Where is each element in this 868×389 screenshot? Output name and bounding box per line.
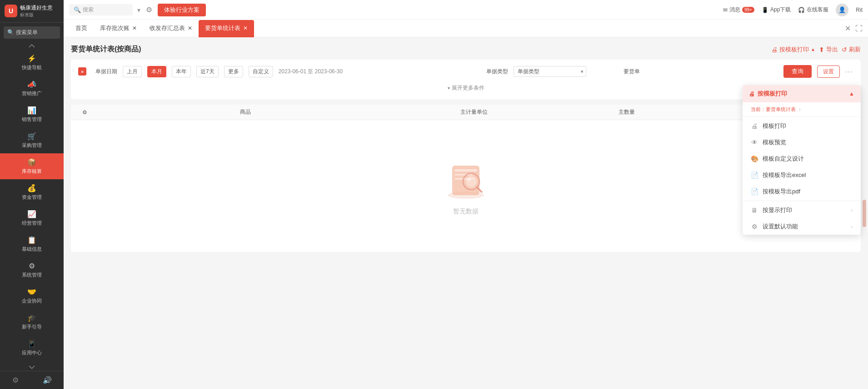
window-controls: ✕ ⛶: [845, 24, 863, 33]
settings-btn[interactable]: 设置: [817, 66, 840, 78]
dropdown-title: 按模板打印: [758, 90, 787, 98]
sidebar-item-sales[interactable]: 📊 销售管理: [0, 101, 64, 127]
template-print-icon: 🖨: [751, 122, 758, 130]
tab-receive-summary[interactable]: 收发存汇总表 ✕: [143, 20, 199, 37]
dropdown-item-template-preview[interactable]: 👁 模板预览: [743, 134, 861, 151]
sidebar-item-basics[interactable]: 📋 基础信息: [0, 231, 64, 257]
user-avatar[interactable]: 👤: [836, 4, 848, 16]
trial-btn[interactable]: 体验行业方案: [158, 4, 206, 16]
sidebar-scroll-down[interactable]: [0, 364, 64, 371]
sidebar-item-app-center[interactable]: 📱 应用中心: [0, 335, 64, 361]
app-download-btn[interactable]: 📱 App下载: [762, 6, 791, 14]
date-btn-this-month[interactable]: 本月: [147, 66, 166, 77]
basics-icon: 📋: [27, 236, 36, 244]
filter-row-1: » 单据日期 上月 本月 本年 近7天 更多 自定义 2023-06-01 至 …: [78, 65, 853, 78]
svg-rect-2: [454, 169, 477, 172]
query-btn[interactable]: 查询: [783, 65, 812, 78]
app-name-text: 畅康通好生意 标准版: [20, 5, 53, 18]
default-fn-icon: ⚙: [751, 223, 758, 230]
doc-type-select[interactable]: 单据类型: [514, 66, 586, 77]
topbar-gear-icon[interactable]: ⚙: [146, 5, 152, 14]
dropdown-item-template-design[interactable]: 🎨 模板自定义设计: [743, 151, 861, 167]
template-excel-icon: 📄: [751, 172, 758, 179]
sidebar-item-system[interactable]: ⚙ 系统管理: [0, 257, 64, 283]
more-dots[interactable]: ···: [845, 68, 853, 75]
print-dropdown-icon: 🖨: [749, 91, 755, 97]
window-maximize-icon[interactable]: ⛶: [855, 25, 863, 33]
page-title-bar: 要货单统计表(按商品) 🖨 按模板打印 ▲ ⬆ 导出 ↺ 刷新: [71, 45, 861, 54]
tab-order-stats-close[interactable]: ✕: [243, 25, 248, 31]
sidebar-item-marketing[interactable]: 📣 营销推广: [0, 76, 64, 101]
template-preview-icon: 👁: [751, 139, 758, 146]
dropdown-item-template-pdf[interactable]: 📄 按模板导出pdf: [743, 183, 861, 200]
marketing-icon: 📣: [27, 80, 36, 89]
dropdown-item-template-print[interactable]: 🖨 模板打印: [743, 118, 861, 134]
sidebar-item-operation[interactable]: 📈 经营管理: [0, 205, 64, 231]
search-icon: 🔍: [7, 29, 14, 35]
date-btn-more[interactable]: 更多: [224, 66, 243, 77]
app-logo-icon: U: [5, 5, 17, 17]
sidebar-item-cooperation[interactable]: 🤝 企业协同: [0, 283, 64, 309]
topbar-search-placeholder: 搜索: [83, 6, 94, 14]
date-btn-7days[interactable]: 近7天: [196, 66, 219, 77]
sidebar-scroll-up[interactable]: [0, 42, 64, 50]
tab-inventory-batch-close[interactable]: ✕: [132, 25, 137, 31]
sidebar-item-inventory[interactable]: 📦 库存核算: [0, 153, 64, 179]
online-service-btn[interactable]: 🎧 在线客服: [798, 6, 828, 14]
sidebar-item-finance[interactable]: 💰 资金管理: [0, 179, 64, 205]
tab-inventory-batch[interactable]: 库存批次账 ✕: [94, 20, 143, 37]
empty-text: 暂无数据: [453, 207, 479, 216]
tab-home[interactable]: 首页: [69, 20, 94, 37]
date-filter-label: 单据日期: [95, 68, 117, 76]
username-label[interactable]: Rit: [856, 7, 863, 13]
export-btn[interactable]: ⬆ 导出: [819, 45, 838, 54]
print-dropdown-menu: 🖨 按模板打印 ▲ 当前：要货单统计表 › 🖨 模板打印 👁 模板预览: [743, 85, 861, 235]
inventory-icon: 📦: [27, 158, 36, 167]
page-title: 要货单统计表(按商品): [71, 45, 141, 54]
message-btn[interactable]: ✉ 消息 99+: [723, 6, 754, 14]
sidebar-item-newbie[interactable]: 🎓 新手引导: [0, 309, 64, 335]
expand-chevron-icon: ▾: [448, 86, 450, 91]
scrollbar-thumb[interactable]: [863, 200, 866, 227]
app-download-icon: 📱: [762, 7, 768, 13]
doc-type-label: 单据类型: [486, 68, 508, 76]
dropdown-current-section: 当前：要货单统计表 ›: [743, 102, 861, 116]
date-btn-custom[interactable]: 自定义: [249, 66, 273, 77]
print-btn[interactable]: 🖨 按模板打印 ▲: [771, 45, 815, 54]
refresh-btn[interactable]: ↺ 刷新: [842, 45, 861, 54]
dropdown-close-chevron[interactable]: ▲: [849, 91, 854, 97]
filter-expand-btn[interactable]: ▾ 展开更多条件: [78, 82, 853, 94]
date-btn-last-month[interactable]: 上月: [123, 66, 142, 77]
settings-icon[interactable]: ⚙: [12, 376, 19, 384]
app-center-icon: 📱: [27, 339, 36, 348]
dropdown-header: 🖨 按模板打印 ▲: [743, 85, 861, 102]
page-content: 要货单统计表(按商品) 🖨 按模板打印 ▲ ⬆ 导出 ↺ 刷新: [64, 37, 868, 389]
current-arrow: ›: [799, 106, 801, 112]
filter-expand-icon[interactable]: »: [78, 67, 86, 76]
sidebar-nav: ⚡ 快捷导航 📣 营销推广 📊 销售管理 🛒 采购管理 📦 库存核算 💰 资金管…: [0, 50, 64, 364]
export-icon: ⬆: [819, 46, 824, 53]
sidebar-item-quick-nav[interactable]: ⚡ 快捷导航: [0, 50, 64, 76]
cooperation-icon: 🤝: [27, 288, 36, 296]
quick-nav-icon: ⚡: [27, 54, 36, 63]
tab-order-stats[interactable]: 要货单统计表 ✕: [199, 20, 254, 37]
topbar-search-dropdown-icon[interactable]: ▾: [137, 6, 140, 14]
sidebar: U 畅康通好生意 标准版 🔍 搜索菜单 ⚡ 快捷导航 📣 营销推广 📊 销售管理…: [0, 0, 64, 389]
avatar-icon: 👤: [838, 6, 846, 13]
message-icon: ✉: [723, 7, 728, 13]
topbar-actions: ✉ 消息 99+ 📱 App下载 🎧 在线客服 👤 Rit: [723, 4, 863, 16]
dropdown-item-template-excel[interactable]: 📄 按模板导出excel: [743, 167, 861, 183]
date-btn-this-year[interactable]: 本年: [172, 66, 191, 77]
display-print-arrow: ›: [851, 207, 853, 213]
default-fn-arrow: ›: [851, 224, 853, 229]
dropdown-item-display-print[interactable]: 🖥 按显示打印 ›: [743, 202, 861, 218]
topbar-search-area[interactable]: 🔍 搜索: [69, 4, 133, 15]
window-close-icon[interactable]: ✕: [845, 24, 851, 33]
tab-receive-summary-close[interactable]: ✕: [188, 25, 192, 31]
dropdown-item-default-fn[interactable]: ⚙ 设置默认功能 ›: [743, 218, 861, 235]
sidebar-item-purchase[interactable]: 🛒 采购管理: [0, 127, 64, 153]
sidebar-search[interactable]: 🔍 搜索菜单: [4, 26, 60, 39]
table-col-product: 商品: [93, 108, 398, 116]
volume-icon[interactable]: 🔊: [43, 376, 52, 384]
table-col-gear[interactable]: ⚙: [76, 109, 93, 116]
